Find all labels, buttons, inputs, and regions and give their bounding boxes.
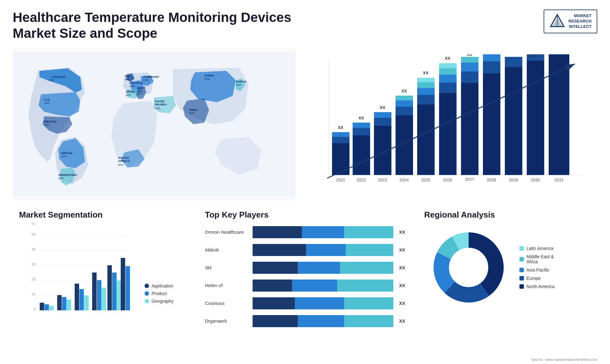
- player-xx-cosinuss: XX: [399, 301, 405, 306]
- bar-2026: XX 2026: [439, 56, 457, 182]
- bar-2024: XX 2024: [396, 89, 413, 182]
- top-section: CANADA xx% U.S. xx% MEXICO xx% BRAZIL xx…: [13, 48, 597, 200]
- svg-rect-65: [417, 78, 435, 82]
- svg-text:BRAZIL: BRAZIL: [61, 151, 73, 155]
- bar-chart-svg: XX 2021 XX 2022: [308, 54, 591, 191]
- player-xx-drgerwerk: XX: [399, 319, 405, 324]
- player-bar-omron: [253, 226, 393, 238]
- header: Healthcare Temperature Monitoring Device…: [13, 10, 597, 42]
- regional-container: Regional Analysis: [418, 207, 597, 359]
- svg-rect-114: [49, 306, 54, 310]
- svg-rect-82: [483, 73, 500, 175]
- legend-label-mea: Middle East &Africa: [526, 254, 554, 264]
- svg-rect-126: [102, 288, 106, 310]
- svg-text:2028: 2028: [487, 178, 496, 182]
- legend-latin-america: Latin America: [519, 246, 555, 251]
- bottom-section: Market Segmentation 0 10 20 30 40 50 60: [13, 207, 597, 359]
- svg-rect-76: [461, 71, 478, 83]
- svg-text:2030: 2030: [531, 178, 540, 182]
- key-players-title: Top Key Players: [205, 210, 405, 220]
- svg-rect-78: [461, 57, 478, 63]
- player-bar-helen: [253, 280, 393, 292]
- svg-text:10: 10: [32, 292, 36, 296]
- legend-dot-product: [145, 291, 149, 296]
- svg-rect-41: [332, 137, 349, 143]
- svg-text:xx%: xx%: [44, 123, 50, 126]
- svg-text:30: 30: [32, 262, 36, 266]
- svg-rect-129: [112, 273, 117, 310]
- svg-text:xx%: xx%: [126, 93, 131, 97]
- player-name-helen: Helen of: [205, 283, 249, 288]
- svg-text:INDIA: INDIA: [189, 108, 198, 111]
- svg-text:xx%: xx%: [189, 111, 195, 115]
- svg-text:U.S.: U.S.: [44, 98, 50, 101]
- svg-text:XX: XX: [508, 54, 514, 55]
- svg-text:2021: 2021: [336, 178, 345, 182]
- svg-text:2025: 2025: [421, 178, 430, 182]
- svg-rect-52: [374, 112, 391, 118]
- svg-text:CHINA: CHINA: [204, 73, 214, 77]
- svg-rect-77: [461, 63, 478, 71]
- legend-color-europe: [519, 276, 524, 280]
- svg-text:XX: XX: [530, 54, 536, 58]
- legend-geography: Geography: [145, 299, 186, 304]
- svg-text:xx%: xx%: [155, 106, 160, 110]
- svg-rect-128: [107, 265, 112, 310]
- svg-text:XX: XX: [467, 54, 472, 57]
- svg-text:xx%: xx%: [137, 90, 142, 93]
- bar-2027: 2027 XX: [461, 54, 478, 182]
- svg-rect-125: [97, 280, 101, 310]
- player-row-abbott: Abbott XX: [205, 244, 405, 256]
- svg-text:2027: 2027: [465, 177, 474, 182]
- svg-rect-118: [67, 300, 71, 310]
- svg-rect-71: [439, 68, 457, 75]
- legend-north-america: North America: [519, 284, 555, 289]
- legend-dot-application: [145, 284, 149, 288]
- svg-rect-42: [332, 132, 349, 137]
- svg-rect-113: [44, 304, 49, 310]
- player-name-abbott: Abbott: [205, 247, 249, 253]
- svg-rect-116: [57, 295, 62, 310]
- svg-text:xx%: xx%: [58, 177, 64, 180]
- svg-text:xx%: xx%: [130, 84, 135, 88]
- svg-point-140: [450, 249, 487, 286]
- svg-text:0: 0: [34, 307, 36, 311]
- player-xx-omron: XX: [399, 230, 405, 235]
- player-row-omron: Omron Healthcare XX: [205, 226, 405, 238]
- svg-text:ARGENTINA: ARGENTINA: [58, 173, 77, 177]
- svg-rect-72: [439, 63, 457, 68]
- bar-2022: XX 2022: [353, 116, 370, 182]
- svg-rect-75: [461, 83, 478, 175]
- legend-middle-east-africa: Middle East &Africa: [519, 254, 555, 264]
- bar-2028: 2028: [483, 54, 500, 182]
- legend-dot-geography: [145, 299, 149, 303]
- svg-text:xx%: xx%: [49, 78, 54, 81]
- bar-2030: 2030: [527, 54, 544, 182]
- svg-text:xx%: xx%: [236, 83, 241, 86]
- svg-rect-61: [417, 104, 435, 175]
- svg-text:xx%: xx%: [61, 155, 67, 158]
- svg-rect-45: [353, 135, 370, 175]
- svg-text:xx%: xx%: [204, 77, 210, 80]
- svg-rect-58: [396, 96, 413, 100]
- svg-rect-57: [396, 100, 413, 107]
- svg-rect-117: [62, 297, 66, 310]
- player-name-omron: Omron Healthcare: [205, 229, 249, 235]
- bar-2031: 2031: [549, 54, 569, 182]
- key-players-container: Top Key Players Omron Healthcare XX Abbo…: [199, 207, 411, 359]
- svg-text:60: 60: [32, 223, 36, 225]
- svg-text:40: 40: [32, 247, 36, 251]
- svg-text:FRANCE: FRANCE: [130, 81, 143, 84]
- svg-rect-89: [527, 61, 544, 175]
- svg-text:2023: 2023: [378, 178, 387, 182]
- legend-application: Application: [145, 283, 186, 288]
- donut-legend: Latin America Middle East &Africa Asia P…: [519, 246, 555, 289]
- svg-text:20: 20: [32, 277, 36, 281]
- map-container: CANADA xx% U.S. xx% MEXICO xx% BRAZIL xx…: [13, 48, 295, 200]
- logo-area: MARKET RESEARCH INTELLECT: [544, 10, 597, 33]
- donut-area: Latin America Middle East &Africa Asia P…: [424, 223, 591, 312]
- svg-rect-50: [374, 126, 391, 175]
- svg-text:ITALY: ITALY: [137, 86, 146, 90]
- player-row-drgerwerk: Drgerwerk XX: [205, 315, 405, 327]
- player-name-cosinuss: Cosinuss: [205, 300, 249, 306]
